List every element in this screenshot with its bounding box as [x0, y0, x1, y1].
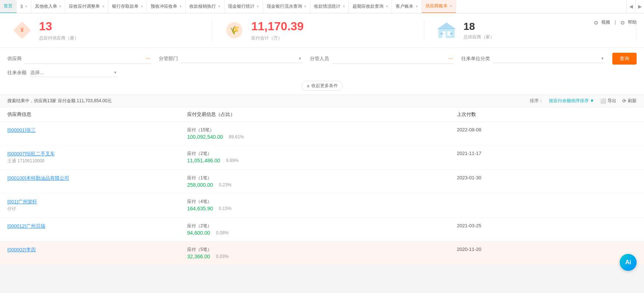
table-row: [000100]本特勤油品有限公司 应付（1笔） 258,000.00 0.23… — [0, 170, 644, 193]
nav-item-cash-bank-stat-label: 现金银行统计 — [228, 3, 255, 10]
supplier-input-wrap[interactable]: ··· — [25, 54, 151, 64]
supplier-link-4[interactable]: [000012]广州贝瑞 — [7, 223, 45, 229]
export-icon: ⬜ — [600, 98, 606, 104]
tx-cell-4: 应付（2笔） 94,600.00 0.08% — [187, 223, 457, 236]
nav-close-bank-deposit[interactable]: × — [141, 4, 143, 8]
nav-item-payment-verify[interactable]: 收款核销执行 × — [186, 0, 224, 13]
supplier-cell-0: [000001]张三 — [7, 127, 187, 134]
tx-row-3: 164,635.90 0.15% — [187, 206, 457, 211]
supplier-link-1[interactable]: [000007]恒旺二手叉车 — [7, 151, 55, 156]
nav-close-payment-stat[interactable]: × — [343, 4, 345, 8]
refresh-button[interactable]: ⟳ 刷新 — [622, 98, 637, 104]
summary-num-3: 18 — [463, 20, 494, 33]
tx-amount-4[interactable]: 94,600.00 — [187, 230, 210, 236]
svg-text:🌾: 🌾 — [230, 25, 240, 35]
nav-close-supplier-ledger[interactable]: × — [450, 4, 452, 8]
filter-dept: 分管部门 ▼ — [159, 54, 303, 63]
result-actions: 排序： 按应付余额倒序排序 ▼ ⬜ 导出 ⟳ 刷新 — [530, 98, 637, 104]
video-link[interactable]: 视频 — [601, 19, 610, 25]
lastpay-cell-5: 2020-11-20 — [457, 247, 637, 252]
nav-close-customer-ledger[interactable]: × — [416, 4, 418, 8]
sort-label: 排序： — [530, 98, 543, 104]
nav-item-payment-stat[interactable]: 收款情况统计 × — [310, 0, 349, 13]
person-label: 分管人员 — [310, 55, 329, 62]
export-button[interactable]: ⬜ 导出 — [600, 98, 616, 104]
dept-input-wrap[interactable]: ▼ — [181, 54, 303, 63]
nav-item-overdue-ar[interactable]: 超期应收款查询 × — [349, 0, 392, 13]
person-input-wrap[interactable]: ··· — [332, 54, 454, 64]
supplier-link-0[interactable]: [000001]张三 — [7, 127, 36, 133]
tx-amount-3[interactable]: 164,635.90 — [187, 206, 213, 211]
supplier-cell-5: [000002]李四 — [7, 247, 187, 253]
lastpay-cell-0: 2022-08-08 — [457, 127, 637, 132]
nav-item-payment-verify-label: 收款核销执行 — [189, 3, 216, 10]
person-input[interactable] — [333, 56, 448, 61]
dept-chevron-icon: ▼ — [298, 56, 302, 61]
nav-next-arrow[interactable]: ▶ — [635, 0, 644, 13]
tx-amount-0[interactable]: 100,092,540.00 — [187, 134, 223, 140]
table-row: [000007]恒旺二手叉车 王通 17106110000 应付（2笔） 11,… — [0, 145, 644, 170]
nav-item-payment-stat-label: 收款情况统计 — [314, 3, 340, 10]
nav-item-bank-deposit[interactable]: 银行存取款单 × — [108, 0, 147, 13]
supplier-dots-btn[interactable]: ··· — [146, 55, 150, 62]
nav-item-customer-ledger[interactable]: 客户账本 × — [392, 0, 422, 13]
category-input[interactable] — [494, 56, 601, 61]
nav-item-ar-ap-adjust[interactable]: 应收应付调整单 × — [65, 0, 108, 13]
balance-input-wrap[interactable]: ▼ — [29, 68, 118, 77]
result-summary-text: 搜索结果中，供应商13家 应付金额 111,703,854.00元 — [7, 98, 112, 104]
supplier-input[interactable] — [25, 56, 146, 61]
nav-item-other-income-label: 其他收入单 — [35, 3, 57, 10]
tx-amount-5[interactable]: 32,366.00 — [187, 254, 210, 259]
nav-prev-arrow[interactable]: ◀ — [626, 0, 635, 13]
nav-close-tab3[interactable]: × — [25, 4, 27, 8]
nav-item-prepay-ar[interactable]: 预收冲应收单 × — [147, 0, 186, 13]
supplier-cell-2: [000100]本特勤油品有限公司 — [7, 175, 187, 182]
filter-row-2: 往来余额 ▼ — [7, 68, 637, 77]
balance-input[interactable] — [30, 70, 113, 75]
supplier-cell-4: [000012]广州贝瑞 — [7, 223, 187, 230]
person-dots-btn[interactable]: ··· — [448, 55, 453, 62]
nav-close-payment-verify[interactable]: × — [218, 4, 220, 8]
nav-close-cash-flow-query[interactable]: × — [304, 4, 307, 8]
nav-item-customer-ledger-label: 客户账本 — [396, 3, 413, 10]
nav-close-overdue-ar[interactable]: × — [386, 4, 388, 8]
table-row: [001]广州荣轩 仔仔 应付（4笔） 164,635.90 0.15% — [0, 193, 644, 218]
col-header-lastpay: 上次付数 — [457, 111, 637, 118]
nav-close-cash-bank-stat[interactable]: × — [257, 4, 259, 8]
table-row: [000001]张三 应付（15笔） 100,092,540.00 89.61%… — [0, 122, 644, 145]
tx-amount-1[interactable]: 11,051,486.00 — [187, 158, 220, 163]
dept-input[interactable] — [182, 56, 298, 61]
summary-label-3: 总供应商（家） — [463, 34, 494, 40]
nav-item-supplier-ledger[interactable]: 供应商账本 × — [422, 0, 456, 13]
summary-info-2: 11,170.39 应付合计（万） — [251, 19, 304, 41]
last-pay-1: 2021-11-17 — [457, 151, 482, 156]
nav-item-tab3[interactable]: 3 × — [17, 0, 31, 13]
nav-item-other-income[interactable]: 其他收入单 × — [31, 0, 66, 13]
tx-row-0: 100,092,540.00 89.61% — [187, 134, 457, 140]
sort-value[interactable]: 按应付余额倒序排序 ▼ — [549, 98, 594, 104]
summary-label-1: 总应付供应商（家） — [39, 35, 79, 41]
nav-item-home[interactable]: 首页 — [0, 0, 17, 13]
nav-close-prepay-ar[interactable]: × — [179, 4, 182, 8]
help-link[interactable]: 帮助 — [628, 19, 637, 25]
nav-item-cash-bank-stat[interactable]: 现金银行统计 × — [224, 0, 263, 13]
tx-cell-0: 应付（15笔） 100,092,540.00 89.61% — [187, 127, 457, 140]
tx-amount-2[interactable]: 258,000.00 — [187, 182, 213, 188]
category-input-wrap[interactable]: ▼ — [493, 54, 605, 63]
supplier-link-2[interactable]: [000100]本特勤油品有限公司 — [7, 175, 69, 181]
supplier-link-3[interactable]: [001]广州荣轩 — [7, 199, 37, 204]
balance-chevron-icon: ▼ — [113, 70, 117, 75]
collapse-button[interactable]: ∧ 收起更多条件 — [302, 81, 343, 91]
nav-item-home-label: 首页 — [4, 3, 13, 9]
ai-label: Ai — [625, 259, 631, 265]
nav-close-other-income[interactable]: × — [59, 4, 62, 8]
svg-rect-8 — [441, 33, 443, 34]
filter-category: 往来单位分类 ▼ — [461, 54, 605, 63]
search-button[interactable]: 查询 — [612, 53, 637, 65]
collapse-chevron-icon: ∧ — [307, 83, 310, 89]
last-pay-2: 2023-01-30 — [457, 175, 482, 180]
supplier-link-5[interactable]: [000002]李四 — [7, 247, 36, 252]
balance-label: 往来余额 — [7, 69, 27, 76]
nav-close-ar-ap-adjust[interactable]: × — [102, 4, 104, 8]
nav-item-cash-flow-query[interactable]: 现金银行流水查询 × — [263, 0, 311, 13]
